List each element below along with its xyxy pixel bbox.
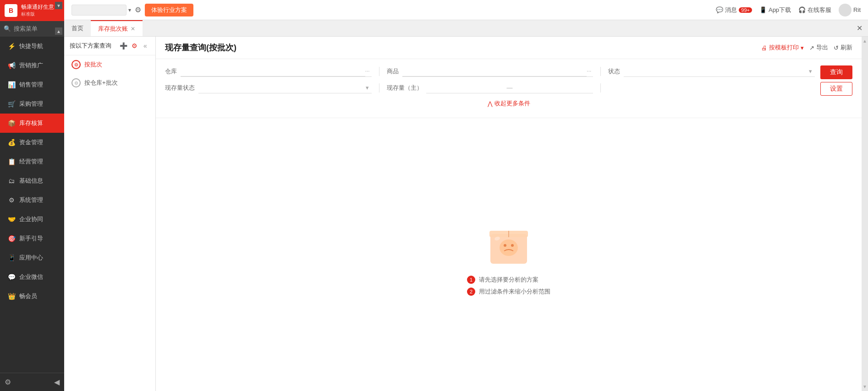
settings-scheme-button[interactable]: ⚙ [130, 41, 139, 50]
tab-panel-close-button[interactable]: ✕ [857, 24, 868, 33]
divider-2 [600, 67, 601, 76]
sidebar-items: ⚡ 快捷导航 📢 营销推广 📊 销售管理 🛒 采购管理 📦 库存核算 💰 资金管… [0, 37, 64, 373]
sidebar-item-enterprise-wechat[interactable]: 💬 企业微信 [0, 267, 64, 287]
scheme-by-warehouse-batch-label: 按仓库+批次 [84, 79, 118, 87]
refresh-button[interactable]: ↺ 刷新 [834, 43, 852, 52]
stock-status-field: 现存量状态 ▾ [165, 82, 372, 93]
sidebar-item-system[interactable]: ⚙ 系统管理 [0, 190, 64, 210]
user-menu[interactable]: Rit [839, 4, 861, 16]
tab-home[interactable]: 首页 [64, 20, 91, 36]
add-scheme-button[interactable]: ➕ [119, 41, 128, 50]
enterprise-wechat-icon: 💬 [7, 273, 16, 281]
sidebar-collapse-icon[interactable]: ◀ [54, 378, 60, 386]
sidebar-item-label: 快捷导航 [19, 42, 43, 50]
empty-hint-1: 1 请先选择要分析的方案 [467, 276, 550, 284]
sidebar-scroll-up[interactable]: ▲ [55, 27, 62, 35]
query-button[interactable]: 查询 [820, 65, 852, 79]
tabs-bar: 首页 库存批次账 ✕ ✕ [64, 20, 868, 37]
product-input[interactable] [402, 65, 587, 76]
sales-icon: 📊 [7, 81, 16, 89]
sidebar-item-purchase[interactable]: 🛒 采购管理 [0, 94, 64, 114]
app-center-icon: 📱 [7, 254, 16, 262]
online-support-button[interactable]: 🎧 在线客服 [798, 6, 831, 14]
members-icon: 👑 [7, 292, 16, 300]
topbar-search-area: ▾ [71, 5, 131, 16]
sidebar-item-label: 经营管理 [19, 157, 43, 166]
status-dropdown[interactable]: ▾ [624, 66, 815, 77]
filter-scheme-panel: 按以下方案查询 ➕ ⚙ « ⚙ 按批次 ⚙ 按仓库+批次 [64, 37, 156, 391]
sidebar-item-members[interactable]: 👑 畅会员 [0, 287, 64, 306]
svg-point-3 [500, 239, 518, 256]
newbie-icon: 🎯 [7, 234, 16, 243]
topbar-search-input[interactable] [71, 5, 126, 16]
scroll-up-arrow[interactable]: ▲ [861, 37, 868, 45]
message-icon: 💬 [716, 6, 723, 13]
messages-button[interactable]: 💬 消息 99+ [716, 6, 752, 14]
search-menu-label: 搜索菜单 [14, 25, 38, 33]
product-input-wrapper: ··· [402, 65, 593, 77]
collapse-panel-button[interactable]: « [141, 41, 150, 50]
marketing-icon: 📢 [7, 61, 16, 70]
sidebar-item-app-center[interactable]: 📱 应用中心 [0, 248, 64, 267]
app-download-label: App下载 [769, 6, 791, 14]
stock-status-dropdown[interactable]: ▾ [198, 82, 372, 93]
content-area: 按以下方案查询 ➕ ⚙ « ⚙ 按批次 ⚙ 按仓库+批次 现存量查询(按批次) [64, 37, 868, 391]
sidebar-footer: ⚙ ◀ [0, 373, 64, 391]
sidebar-item-quick-nav[interactable]: ⚡ 快捷导航 [0, 37, 64, 56]
sidebar-item-newbie[interactable]: 🎯 新手引导 [0, 229, 64, 248]
topbar-dropdown-icon[interactable]: ▾ [128, 7, 131, 13]
sidebar-item-label: 采购管理 [19, 100, 43, 108]
topbar-gear-icon[interactable]: ⚙ [135, 5, 141, 14]
filter-bar: 仓库 ··· 商品 ··· [156, 59, 862, 118]
stock-qty-label: 现存量（主） [387, 84, 423, 92]
experience-industry-button[interactable]: 体验行业方案 [145, 4, 193, 16]
sidebar-item-marketing[interactable]: 📢 营销推广 [0, 56, 64, 75]
sidebar-settings-icon[interactable]: ⚙ [5, 378, 11, 386]
divider-3 [379, 83, 379, 92]
scroll-down-arrow[interactable]: ▼ [861, 382, 868, 391]
sidebar-item-inventory[interactable]: 📦 库存核算 [0, 114, 64, 133]
query-panel: 现存量查询(按批次) 🖨 按模板打印 ▾ ↗ 导出 ↺ 刷新 [156, 37, 862, 391]
svg-point-4 [504, 244, 506, 247]
empty-svg [481, 213, 536, 268]
product-more-icon[interactable]: ··· [587, 68, 591, 74]
sidebar-item-label: 基础信息 [19, 177, 43, 185]
app-download-button[interactable]: 📱 App下载 [759, 6, 791, 14]
sidebar-item-basic[interactable]: 🗂 基础信息 [0, 171, 64, 190]
sidebar-item-sales[interactable]: 📊 销售管理 [0, 75, 64, 94]
scheme-by-warehouse-batch[interactable]: ⚙ 按仓库+批次 [64, 74, 155, 92]
phone-icon: 📱 [759, 6, 767, 13]
scheme-by-batch[interactable]: ⚙ 按批次 [64, 55, 155, 74]
print-dropdown-icon[interactable]: ▾ [801, 44, 804, 51]
export-label: 导出 [816, 43, 828, 52]
page-title: 现存量查询(按批次) [165, 42, 236, 53]
filter-panel-title: 按以下方案查询 [70, 42, 111, 50]
warehouse-input[interactable] [181, 65, 365, 76]
sidebar-scroll-down[interactable]: ▼ [55, 2, 62, 9]
hint-number-2: 2 [467, 288, 475, 296]
refresh-label: 刷新 [841, 43, 852, 52]
print-button[interactable]: 🖨 按模板打印 ▾ [761, 43, 804, 52]
search-icon: 🔍 [4, 25, 11, 32]
product-field: 商品 ··· [387, 65, 593, 77]
sidebar-search[interactable]: 🔍 搜索菜单 [0, 21, 64, 37]
collapse-filters-button[interactable]: ⋀ 收起更多条件 [484, 96, 534, 111]
sidebar-item-operation[interactable]: 📋 经营管理 [0, 152, 64, 171]
status-field: 状态 ▾ [608, 66, 815, 77]
warehouse-more-icon[interactable]: ··· [365, 68, 370, 74]
hint-number-1: 1 [467, 276, 475, 284]
messages-badge: 99+ [739, 7, 752, 13]
sidebar-item-label: 畅会员 [19, 292, 37, 300]
basic-icon: 🗂 [7, 177, 16, 185]
sidebar-item-finance[interactable]: 💰 资金管理 [0, 133, 64, 152]
export-button[interactable]: ↗ 导出 [809, 43, 828, 52]
enterprise-icon: 🤝 [7, 215, 16, 223]
tab-close-icon[interactable]: ✕ [131, 26, 135, 32]
filter-settings-button[interactable]: 设置 [820, 82, 852, 96]
refresh-icon: ↺ [834, 44, 839, 51]
finance-icon: 💰 [7, 138, 16, 147]
sidebar-item-enterprise[interactable]: 🤝 企业协同 [0, 210, 64, 229]
right-scrollbar[interactable]: ▲ ▼ [862, 37, 868, 391]
tab-batch-account[interactable]: 库存批次账 ✕ [91, 20, 143, 36]
empty-illustration [481, 213, 536, 268]
